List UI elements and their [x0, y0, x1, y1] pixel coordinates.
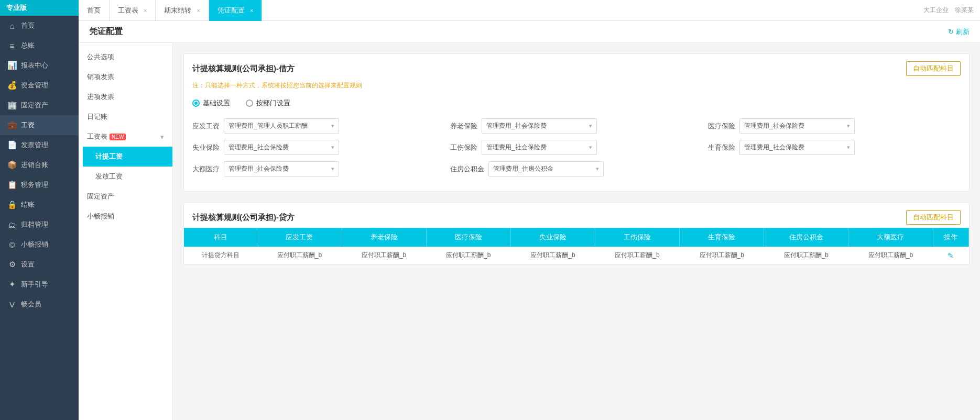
cell-subject: 计提贷方科目 — [184, 247, 257, 264]
form-row-1: 应发工资 管理费用_管理人员职工薪酬 ▾ 养老保险 管理费用_社会保险费 ▾ — [192, 118, 961, 134]
section-debit: 计提核算规则(公司承担)-借方 自动匹配科目 注：只能选择一种方式，系统将按照您… — [183, 53, 970, 192]
closing-icon: 🔒 — [7, 200, 17, 209]
form-item-pension: 养老保险 管理费用_社会保险费 ▾ — [450, 118, 703, 134]
select-injury[interactable]: 管理费用_社会保险费 ▾ — [482, 140, 597, 155]
left-menu-item-salary-table[interactable]: 工资表 NEW ▾ — [79, 127, 172, 147]
select-unemployment[interactable]: 管理费用_社会保险费 ▾ — [224, 140, 339, 155]
left-menu-item-journal[interactable]: 日记账 — [79, 107, 172, 127]
left-menu-item-sales-invoice[interactable]: 销项发票 — [79, 67, 172, 87]
left-menu-item-expense-report[interactable]: 小畅报销 — [79, 206, 172, 226]
tab-home[interactable]: 首页 — [79, 0, 110, 21]
col-medical: 医疗保险 — [426, 228, 510, 247]
sidebar-item-xiaochang[interactable]: © 小畅报销 — [0, 235, 79, 255]
assets-icon: 🏢 — [7, 101, 17, 110]
sidebar-item-label: 进销台账 — [21, 160, 48, 170]
app-logo: 专业版 — [0, 0, 79, 16]
sidebar-item-settings[interactable]: ⚙ 设置 — [0, 255, 79, 274]
sidebar-item-tax[interactable]: 📋 税务管理 — [0, 175, 79, 195]
select-bigmedical[interactable]: 管理费用_社会保险费 ▾ — [224, 161, 339, 176]
label-salary: 应发工资 — [192, 121, 220, 131]
section2-header: 计提核算规则(公司承担)-贷方 自动匹配科目 — [184, 203, 969, 228]
invoice-icon: 📄 — [7, 140, 17, 150]
edit-icon[interactable]: ✎ — [948, 251, 954, 260]
select-maternity-value: 管理费用_社会保险费 — [744, 143, 804, 152]
cell-pension: 应付职工薪酬_b — [342, 247, 426, 264]
select-maternity[interactable]: 管理费用_社会保险费 ▾ — [739, 140, 855, 155]
form-item-medical: 医疗保险 管理费用_社会保险费 ▾ — [708, 118, 961, 134]
cell-action[interactable]: ✎ — [933, 247, 968, 264]
chevron-down-icon: ▾ — [331, 144, 334, 151]
select-bigmedical-value: 管理费用_社会保险费 — [228, 164, 289, 173]
sidebar-item-closing[interactable]: 🔒 结账 — [0, 195, 79, 215]
select-salary-value: 管理费用_管理人员职工薪酬 — [228, 121, 308, 130]
form-item-housing: 住房公积金 管理费用_住房公积金 ▾ — [450, 161, 703, 176]
cell-salary: 应付职工薪酬_b — [257, 247, 342, 264]
section2-title: 计提核算规则(公司承担)-贷方 — [192, 213, 295, 223]
radio-department[interactable]: 按部门设置 — [246, 98, 290, 108]
col-bigmedical: 大额医疗 — [848, 228, 933, 247]
page-title: 凭证配置 — [89, 26, 123, 37]
label-bigmedical: 大额医疗 — [192, 164, 220, 174]
sidebar-item-invoice[interactable]: 📄 发票管理 — [0, 135, 79, 155]
tab-voucher-config[interactable]: 凭证配置 × — [209, 0, 262, 21]
sidebar-item-reports[interactable]: 📊 报表中心 — [0, 56, 79, 75]
col-action: 操作 — [933, 228, 968, 247]
col-subject: 科目 — [184, 228, 257, 247]
form-item-maternity: 生育保险 管理费用_社会保险费 ▾ — [708, 140, 961, 155]
ledger-icon: ≡ — [7, 41, 17, 50]
new-badge: NEW — [110, 134, 126, 140]
sidebar-item-assets[interactable]: 🏢 固定资产 — [0, 95, 79, 115]
sidebar-item-label: 新手引导 — [21, 280, 48, 289]
cell-bigmedical: 应付职工薪酬_b — [848, 247, 933, 264]
auto-match-button-1[interactable]: 自动匹配科目 — [906, 61, 961, 76]
refresh-icon: ↻ — [948, 28, 954, 36]
sidebar-item-label: 总账 — [21, 41, 35, 50]
sidebar-item-label: 资金管理 — [21, 81, 48, 90]
tab-period-close[interactable]: 期末结转 × — [156, 0, 209, 21]
settings-icon: ⚙ — [7, 260, 17, 269]
sidebar-item-guide[interactable]: ✦ 新手引导 — [0, 274, 79, 294]
refresh-button[interactable]: ↻ 刷新 — [948, 27, 970, 37]
chevron-down-icon: ▾ — [589, 123, 592, 129]
form-item-bigmedical: 大额医疗 管理费用_社会保险费 ▾ — [192, 161, 445, 176]
sidebar-item-label: 报表中心 — [21, 61, 48, 70]
left-menu-sub: 计提工资 发放工资 — [79, 147, 172, 186]
select-medical[interactable]: 管理费用_社会保险费 ▾ — [739, 118, 855, 134]
content-wrapper: 公共选项 销项发票 进项发票 日记账 工资表 NEW ▾ 计提工资 发 — [79, 43, 980, 420]
sidebar-item-salary[interactable]: 💼 工资 — [0, 115, 79, 135]
sidebar-item-ledger[interactable]: ≡ 总账 — [0, 36, 79, 56]
col-injury: 工伤保险 — [595, 228, 679, 247]
credit-table: 科目 应发工资 养老保险 医疗保险 失业保险 工伤保险 生育保险 住房公积金 大… — [184, 228, 969, 264]
sidebar-item-archive[interactable]: 🗂 归档管理 — [0, 215, 79, 235]
radio-basic[interactable]: 基础设置 — [192, 98, 230, 108]
sidebar-item-label: 首页 — [21, 21, 35, 30]
page-header: 凭证配置 ↻ 刷新 — [79, 21, 980, 43]
chevron-down-icon: ▾ — [589, 144, 592, 151]
left-menu-item-accrual[interactable]: 计提工资 — [83, 147, 172, 167]
sidebar-item-label: 设置 — [21, 260, 35, 269]
sidebar-item-label: 归档管理 — [21, 220, 48, 229]
tab-close-period[interactable]: × — [197, 7, 200, 14]
left-menu-item-pay[interactable]: 发放工资 — [83, 167, 172, 186]
radio-dept-circle — [246, 100, 253, 107]
sidebar-item-stock[interactable]: 📦 进销台账 — [0, 155, 79, 175]
tab-salary-table[interactable]: 工资表 × — [110, 0, 156, 21]
sidebar-item-home[interactable]: ⌂ 首页 — [0, 16, 79, 36]
radio-dept-label: 按部门设置 — [256, 98, 290, 108]
left-menu-item-public[interactable]: 公共选项 — [79, 47, 172, 67]
user-label: 徐某某 — [955, 6, 974, 15]
sidebar-item-funds[interactable]: 💰 资金管理 — [0, 75, 79, 95]
sidebar-item-member[interactable]: V 畅会员 — [0, 294, 79, 314]
auto-match-button-2[interactable]: 自动匹配科目 — [906, 210, 961, 225]
tab-close-salary[interactable]: × — [144, 7, 147, 14]
select-pension[interactable]: 管理费用_社会保险费 ▾ — [482, 118, 597, 134]
select-housing[interactable]: 管理费用_住房公积金 ▾ — [488, 161, 604, 176]
select-salary[interactable]: 管理费用_管理人员职工薪酬 ▾ — [224, 118, 339, 134]
left-menu-item-purchase-invoice[interactable]: 进项发票 — [79, 87, 172, 107]
radio-basic-circle — [192, 100, 200, 107]
left-menu-item-fixed-assets[interactable]: 固定资产 — [79, 186, 172, 206]
tab-close-voucher[interactable]: × — [250, 7, 253, 14]
cell-housing: 应付职工薪酬_b — [764, 247, 848, 264]
col-salary: 应发工资 — [257, 228, 342, 247]
label-medical: 医疗保险 — [708, 121, 735, 131]
